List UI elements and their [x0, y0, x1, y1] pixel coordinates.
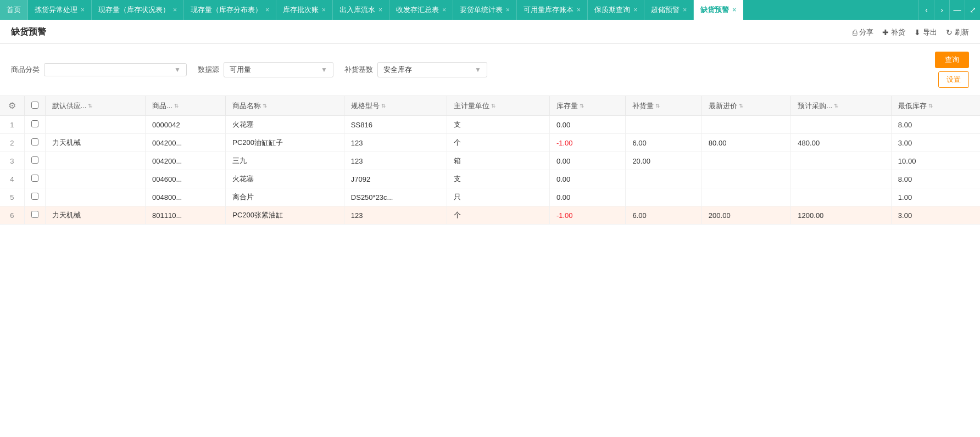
replenish-base-filter-group: 补货基数 安全库存 ▼ — [344, 62, 487, 77]
row-product-name-6: PC200张紧油缸 — [226, 206, 344, 225]
row-unit-2: 个 — [447, 134, 549, 152]
col-supplier-header[interactable]: 默认供应... ⇅ — [45, 96, 146, 116]
close-tab-exception[interactable]: × — [81, 6, 85, 14]
tab-bar: 首页 拣货异常处理 × 现存量（库存状况表） × 现存量（库存分布表） × 库存… — [0, 0, 980, 20]
row-stock-5: 0.00 — [549, 188, 625, 206]
row-num-1: 1 — [0, 116, 24, 134]
row-est-purchase-3 — [791, 152, 892, 170]
row-product-name-1: 火花塞 — [226, 116, 344, 134]
col-replenish-qty-header[interactable]: 补货量 ⇅ — [626, 96, 701, 116]
row-product-code-5: 004800... — [146, 188, 226, 206]
close-tab-batch-account[interactable]: × — [322, 6, 326, 14]
tab-minimize[interactable]: — — [949, 0, 965, 20]
close-tab-order-stats[interactable]: × — [506, 6, 510, 14]
row-num-3: 3 — [0, 152, 24, 170]
tab-expand[interactable]: ⤢ — [965, 0, 980, 20]
row-supplier-6: 力天机械 — [45, 206, 146, 225]
col-est-purchase-header[interactable]: 预计采购... ⇅ — [791, 96, 892, 116]
datasource-select[interactable]: 可用量 ▼ — [224, 62, 333, 77]
tab-overstock[interactable]: 超储预警 × — [644, 0, 694, 20]
tab-scroll-left[interactable]: ‹ — [918, 0, 934, 20]
row-min-stock-2: 3.00 — [891, 134, 980, 152]
col-stock-header[interactable]: 库存量 ⇅ — [549, 96, 625, 116]
table-body: 1 0000042 火花塞 SS816 支 0.00 8.00 2 力天机械 0… — [0, 116, 980, 225]
close-tab-expiry-query[interactable]: × — [633, 6, 637, 14]
category-label: 商品分类 — [11, 65, 40, 75]
row-checkbox-5 — [24, 188, 45, 206]
select-all-checkbox[interactable] — [31, 102, 38, 109]
row-est-purchase-4 — [791, 170, 892, 188]
close-tab-overstock[interactable]: × — [683, 6, 687, 14]
row-est-purchase-2: 480.00 — [791, 134, 892, 152]
row-min-stock-4: 8.00 — [891, 170, 980, 188]
replenish-button[interactable]: ✚ 补货 — [882, 27, 905, 37]
latest-price-sort-icon: ⇅ — [739, 103, 743, 109]
table-header-row: ⚙ 默认供应... ⇅ 商品... ⇅ — [0, 96, 980, 116]
row-product-code-6: 801110... — [146, 206, 226, 225]
row-supplier-2: 力天机械 — [45, 134, 146, 152]
tab-available-ledger[interactable]: 可用量库存账本 × — [517, 0, 588, 20]
tab-scroll-right[interactable]: › — [934, 0, 949, 20]
tab-shortage[interactable]: 缺货预警 × — [694, 0, 743, 20]
row-select-3[interactable] — [31, 156, 38, 164]
stock-sort-icon: ⇅ — [580, 103, 584, 109]
row-checkbox-3 — [24, 152, 45, 170]
header-actions: ⎙ 分享 ✚ 补货 ⬇ 导出 ↻ 刷新 — [853, 27, 969, 37]
row-stock-3: 0.00 — [549, 152, 625, 170]
row-spec-5: DS250*23c... — [344, 188, 447, 206]
tab-order-stats[interactable]: 要货单统计表 × — [453, 0, 517, 20]
row-min-stock-3: 10.00 — [891, 152, 980, 170]
tab-nav-buttons: ‹ › — ⤢ — [918, 0, 980, 20]
row-select-6[interactable] — [31, 211, 38, 218]
col-product-code-header[interactable]: 商品... ⇅ — [146, 96, 226, 116]
datasource-value: 可用量 — [230, 65, 251, 75]
spec-sort-icon: ⇅ — [381, 103, 386, 109]
close-tab-shortage[interactable]: × — [732, 6, 736, 14]
row-min-stock-1: 8.00 — [891, 116, 980, 134]
close-tab-receive-summary[interactable]: × — [442, 6, 446, 14]
col-unit-header[interactable]: 主计量单位 ⇅ — [447, 96, 549, 116]
close-tab-inout-flow[interactable]: × — [378, 6, 382, 14]
tab-receive-summary[interactable]: 收发存汇总表 × — [389, 0, 453, 20]
col-min-stock-header[interactable]: 最低库存 ⇅ — [891, 96, 980, 116]
row-spec-3: 123 — [344, 152, 447, 170]
row-num-4: 4 — [0, 170, 24, 188]
tab-stock-dist[interactable]: 现存量（库存分布表） × — [184, 0, 276, 20]
share-button[interactable]: ⎙ 分享 — [853, 27, 873, 37]
tab-exception[interactable]: 拣货异常处理 × — [28, 0, 92, 20]
replenish-base-select[interactable]: 安全库存 ▼ — [377, 62, 487, 77]
col-spec-header[interactable]: 规格型号 ⇅ — [344, 96, 447, 116]
tab-home[interactable]: 首页 — [0, 0, 28, 20]
datasource-dropdown-arrow: ▼ — [321, 66, 327, 74]
product-code-sort-icon: ⇅ — [174, 103, 179, 109]
row-select-5[interactable] — [31, 193, 38, 200]
tab-batch-account[interactable]: 库存批次账 × — [276, 0, 333, 20]
row-latest-price-2: 80.00 — [701, 134, 790, 152]
row-product-name-3: 三九 — [226, 152, 344, 170]
row-unit-6: 个 — [447, 206, 549, 225]
export-icon: ⬇ — [914, 28, 921, 37]
row-select-2[interactable] — [31, 138, 38, 145]
query-button[interactable]: 查询 — [935, 52, 969, 68]
close-tab-stock-dist[interactable]: × — [265, 6, 269, 14]
row-checkbox-6 — [24, 206, 45, 225]
settings-button[interactable]: 设置 — [938, 71, 969, 88]
row-checkbox-2 — [24, 134, 45, 152]
settings-gear-icon[interactable]: ⚙ — [8, 101, 16, 110]
table-row: 2 力天机械 004200... PC200油缸缸子 123 个 -1.00 6… — [0, 134, 980, 152]
col-product-name-header[interactable]: 商品名称 ⇅ — [226, 96, 344, 116]
close-tab-available-ledger[interactable]: × — [577, 6, 581, 14]
tab-inout-flow[interactable]: 出入库流水 × — [333, 0, 389, 20]
datasource-label: 数据源 — [198, 65, 219, 75]
row-select-4[interactable] — [31, 175, 38, 182]
row-unit-4: 支 — [447, 170, 549, 188]
col-latest-price-header[interactable]: 最新进价 ⇅ — [701, 96, 790, 116]
tab-stock-status[interactable]: 现存量（库存状况表） × — [92, 0, 184, 20]
row-select-1[interactable] — [31, 120, 38, 127]
category-select[interactable]: ▼ — [44, 63, 187, 76]
refresh-button[interactable]: ↻ 刷新 — [946, 27, 969, 37]
tab-expiry-query[interactable]: 保质期查询 × — [588, 0, 644, 20]
min-stock-sort-icon: ⇅ — [928, 103, 933, 109]
close-tab-stock-status[interactable]: × — [173, 6, 177, 14]
export-button[interactable]: ⬇ 导出 — [914, 27, 937, 37]
